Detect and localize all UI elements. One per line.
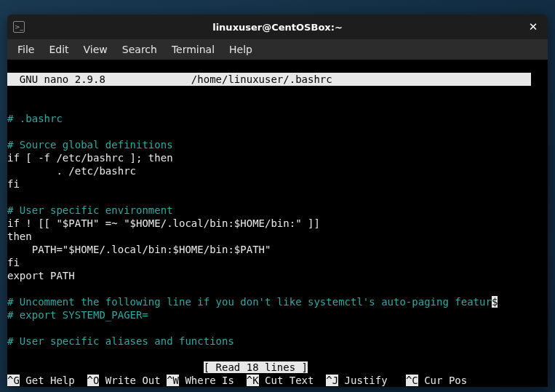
editor-line: export PATH bbox=[7, 270, 75, 281]
menu-terminal[interactable]: Terminal bbox=[164, 41, 222, 58]
titlebar[interactable]: >_ linuxuser@CentOSBox:~ ✕ bbox=[7, 15, 548, 39]
close-icon[interactable]: ✕ bbox=[524, 18, 542, 36]
editor-line: fi bbox=[7, 257, 20, 268]
editor-line: # User specific environment bbox=[7, 204, 173, 216]
editor-line: fi bbox=[7, 178, 20, 190]
terminal-app-icon: >_ bbox=[13, 21, 25, 33]
shortcut-key-cut-text[interactable]: ^K bbox=[247, 375, 259, 386]
menu-file[interactable]: File bbox=[10, 41, 41, 58]
shortcut-label: Write Out bbox=[99, 375, 167, 386]
window-title: linuxuser@CentOSBox:~ bbox=[7, 22, 548, 33]
editor-line: then bbox=[7, 231, 32, 242]
terminal-viewport[interactable]: GNU nano 2.9.8 /home/linuxuser/.bashrc #… bbox=[7, 60, 548, 387]
editor-line: if ! [[ "$PATH" =~ "$HOME/.local/bin:$HO… bbox=[7, 217, 320, 229]
menu-edit[interactable]: Edit bbox=[41, 41, 76, 58]
nano-status-row: [ Read 18 lines ] bbox=[7, 361, 308, 373]
shortcut-key-justify[interactable]: ^J bbox=[326, 375, 338, 386]
shortcut-key-write-out[interactable]: ^O bbox=[87, 375, 100, 386]
shortcut-label: Where Is bbox=[179, 375, 247, 386]
editor-line: . /etc/bashrc bbox=[7, 165, 136, 177]
terminal-window: >_ linuxuser@CentOSBox:~ ✕ File Edit Vie… bbox=[7, 15, 548, 387]
nano-header: GNU nano 2.9.8 /home/linuxuser/.bashrc bbox=[7, 73, 531, 86]
shortcut-label: Get Help bbox=[20, 375, 87, 386]
terminal-content: GNU nano 2.9.8 /home/linuxuser/.bashrc #… bbox=[7, 60, 531, 387]
shortcut-key-get-help[interactable]: ^G bbox=[7, 375, 20, 386]
blank-line bbox=[7, 348, 13, 360]
menubar: File Edit View Search Terminal Help bbox=[7, 39, 548, 60]
editor-line: # Source global definitions bbox=[7, 139, 173, 151]
shortcut-key-cur-pos[interactable]: ^C bbox=[406, 375, 418, 386]
nano-shortcut-row-1: ^G Get Help ^O Write Out ^W Where Is ^K … bbox=[7, 375, 467, 386]
editor-line: if [ -f /etc/bashrc ]; then bbox=[7, 152, 173, 164]
editor-line: # .bashrc bbox=[7, 113, 63, 124]
editor-line: # export SYSTEMD_PAGER= bbox=[7, 309, 148, 321]
menu-search[interactable]: Search bbox=[115, 41, 164, 58]
shortcut-label: Justify bbox=[338, 375, 406, 386]
nano-status: [ Read 18 lines ] bbox=[204, 361, 308, 373]
line-truncation-marker: $ bbox=[492, 296, 498, 308]
editor-line: # User specific aliases and functions bbox=[7, 335, 234, 347]
editor-line: PATH="$HOME/.local/bin:$HOME/bin:$PATH" bbox=[7, 244, 271, 255]
shortcut-label: Cut Text bbox=[259, 375, 327, 386]
shortcut-label: Cur Pos bbox=[418, 375, 467, 386]
menu-view[interactable]: View bbox=[76, 41, 115, 58]
editor-line: # Uncomment the following line if you do… bbox=[7, 296, 492, 308]
shortcut-key-where-is[interactable]: ^W bbox=[167, 375, 179, 386]
menu-help[interactable]: Help bbox=[222, 41, 260, 58]
